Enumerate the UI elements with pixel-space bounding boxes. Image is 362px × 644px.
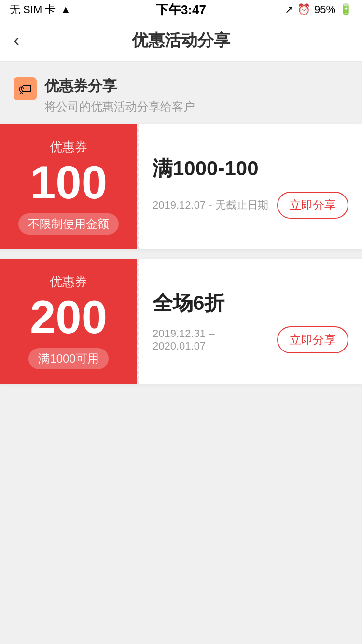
share-button-2[interactable]: 立即分享 xyxy=(277,326,348,353)
coupon-icon: 🏷 xyxy=(18,81,32,97)
coupon-card: 优惠券 100 不限制使用金额 满1000-100 2019.12.07 - 无… xyxy=(0,124,362,249)
coupon-left-2: 优惠券 200 满1000可用 xyxy=(0,259,137,384)
coupon-label-1: 优惠券 xyxy=(50,139,87,155)
coupon-name-1: 满1000-100 xyxy=(153,155,348,182)
coupon-date-2: 2019.12.31 – 2020.01.07 xyxy=(153,327,269,352)
coupon-right-2: 全场6折 2019.12.31 – 2020.01.07 立即分享 xyxy=(138,259,362,384)
coupon-condition-1: 不限制使用金额 xyxy=(18,213,119,235)
nav-title: 优惠活动分享 xyxy=(132,29,230,52)
section-icon: 🏷 xyxy=(14,77,37,100)
status-time: 下午3:47 xyxy=(156,1,206,18)
wifi-icon: ▲ xyxy=(60,3,71,16)
carrier-text: 无 SIM 卡 xyxy=(10,2,56,17)
status-bar: 无 SIM 卡 ▲ 下午3:47 ↗ ⏰ 95% 🔋 xyxy=(0,0,362,19)
coupon-list: 优惠券 100 不限制使用金额 满1000-100 2019.12.07 - 无… xyxy=(0,124,362,413)
section-text-group: 优惠券分享 将公司的优惠活动分享给客户 xyxy=(44,76,195,114)
coupon-amount-2: 200 xyxy=(30,294,107,340)
coupon-amount-1: 100 xyxy=(30,159,107,206)
coupon-date-row-1: 2019.12.07 - 无截止日期 立即分享 xyxy=(153,192,348,219)
location-icon: ↗ xyxy=(285,3,293,16)
section-header: 🏷 优惠券分享 将公司的优惠活动分享给客户 xyxy=(0,62,362,124)
main-content: 🏷 优惠券分享 将公司的优惠活动分享给客户 优惠券 100 不限制使用金额 满1… xyxy=(0,62,362,496)
back-button[interactable]: ‹ xyxy=(14,30,19,51)
coupon-date-row-2: 2019.12.31 – 2020.01.07 立即分享 xyxy=(153,326,348,353)
coupon-label-2: 优惠券 xyxy=(50,273,87,290)
coupon-left-1: 优惠券 100 不限制使用金额 xyxy=(0,124,137,249)
share-button-1[interactable]: 立即分享 xyxy=(277,192,348,219)
alarm-icon: ⏰ xyxy=(297,3,310,16)
coupon-right-1: 满1000-100 2019.12.07 - 无截止日期 立即分享 xyxy=(138,124,362,249)
battery-icon: 🔋 xyxy=(339,3,352,16)
coupon-name-2: 全场6折 xyxy=(153,290,348,317)
status-left: 无 SIM 卡 ▲ xyxy=(10,2,71,17)
coupon-date-1: 2019.12.07 - 无截止日期 xyxy=(153,198,269,212)
battery-text: 95% xyxy=(314,3,335,16)
section-title: 优惠券分享 xyxy=(44,76,195,96)
section-subtitle: 将公司的优惠活动分享给客户 xyxy=(44,99,195,114)
coupon-condition-2: 满1000可用 xyxy=(28,348,108,369)
status-right: ↗ ⏰ 95% 🔋 xyxy=(285,3,352,16)
nav-bar: ‹ 优惠活动分享 xyxy=(0,19,362,62)
coupon-card: 优惠券 200 满1000可用 全场6折 2019.12.31 – 2020.0… xyxy=(0,259,362,384)
